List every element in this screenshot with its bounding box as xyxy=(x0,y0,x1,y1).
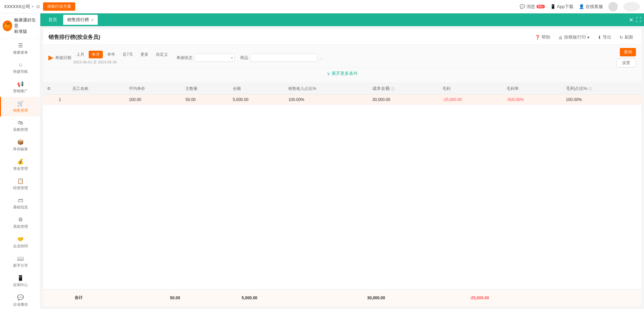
sidebar-item-app-center[interactable]: 📱 应用中心 xyxy=(0,271,40,291)
chevron-down-icon: ▾ xyxy=(587,35,590,40)
phone-icon: 📱 xyxy=(17,275,24,281)
table-footer: 合计 50.00 5,000.00 30,000.00 -25,000.00 xyxy=(43,289,641,306)
app-icon: 📱 xyxy=(550,4,556,9)
table-header-row: ⚙ 员工名称 平均单价 主数量 全额 销售收入占比% 成本全额 ⓘ 毛利 xyxy=(43,83,641,95)
page-title: 销售排行榜(按业务员) xyxy=(48,34,100,41)
avatar[interactable] xyxy=(608,2,618,11)
sidebar-item-operations[interactable]: 📋 经营管理 xyxy=(0,174,40,194)
ranking-table: ⚙ 员工名称 平均单价 主数量 全额 销售收入占比% 成本全额 ⓘ 毛利 xyxy=(43,83,641,105)
footer-cost: 30,000.00 xyxy=(363,292,466,304)
sidebar-label: 库存核算 xyxy=(13,147,28,152)
footer-sales-pct xyxy=(331,292,363,304)
avatar-placeholder xyxy=(623,2,640,11)
filter-area: ▶ 单据日期 上月 本月 本年 近7天 更多 自定义 2023-06- xyxy=(43,45,641,83)
sidebar-item-basic-info[interactable]: 🗃 基础信息 xyxy=(0,194,40,213)
message-btn[interactable]: 💬 消息 99+ xyxy=(520,4,545,10)
company-selector[interactable]: XXXXXX公司 ▾ xyxy=(4,4,33,10)
content-area: 首页 销售排行榜 ✕ ✕ ⛶ 销售排行榜(按业务员) ❓ 帮助 xyxy=(40,13,644,309)
sidebar-item-guide[interactable]: 📖 新手引导 xyxy=(0,252,40,271)
book-icon: 📖 xyxy=(17,255,24,262)
sidebar-item-wechat[interactable]: 💬 企业微信 xyxy=(0,291,40,309)
sidebar-label: 基础信息 xyxy=(13,205,28,210)
tab-close-icon[interactable]: ✕ xyxy=(91,18,94,22)
sidebar-item-quick-nav[interactable]: ⌂ 快捷导航 xyxy=(0,58,40,78)
row-settings-cell xyxy=(43,95,55,105)
col-avg-price: 平均单价 xyxy=(125,83,182,95)
col-settings[interactable]: ⚙ xyxy=(43,83,55,95)
sidebar-item-purchase[interactable]: 🛍 采购管理 xyxy=(0,116,40,136)
online-service-btn[interactable]: 👤 在线客服 xyxy=(579,4,603,10)
tab-right-actions: ✕ ⛶ xyxy=(629,17,641,23)
sidebar-label: 新手引导 xyxy=(13,263,28,268)
goods-label: 商品 xyxy=(240,55,248,61)
sidebar-item-system[interactable]: ⚙ 系统管理 xyxy=(0,213,40,233)
tab-sales-ranking[interactable]: 销售排行榜 ✕ xyxy=(63,15,98,25)
status-select[interactable] xyxy=(195,54,235,62)
gross-pct-cell: 100.00% xyxy=(562,95,641,105)
date-btn-this-month[interactable]: 本月 xyxy=(89,51,103,58)
print-icon: 🖨 xyxy=(558,35,563,40)
date-btn-last7days[interactable]: 近7天 xyxy=(120,51,136,58)
help-button[interactable]: ❓ 帮助 xyxy=(532,33,553,42)
clipboard-icon: 📋 xyxy=(17,178,24,184)
sidebar-item-marketing[interactable]: 📢 营销推广 xyxy=(0,78,40,97)
settings-button[interactable]: 设置 xyxy=(616,58,636,67)
status-filter: 单据状态 xyxy=(176,54,235,62)
status-select-wrapper xyxy=(195,54,235,62)
status-label: 单据状态 xyxy=(176,55,192,61)
qty-cell: 50.00 xyxy=(181,95,229,105)
goods-more-icon[interactable]: ... xyxy=(319,55,323,60)
date-btn-more[interactable]: 更多 xyxy=(137,51,152,58)
filter-action-area: 查询 设置 xyxy=(616,48,636,67)
rank-cell: 1 xyxy=(55,95,68,105)
template-print-button[interactable]: 🖨 按模板打印 ▾ xyxy=(556,33,592,42)
refresh-button[interactable]: ↻ 刷新 xyxy=(617,33,636,42)
col-gross-pct: 毛利占比% ⓘ xyxy=(562,83,641,95)
goods-filter: 商品 ... xyxy=(240,54,323,62)
footer-row: 合计 50.00 5,000.00 30,000.00 -25,000.00 xyxy=(47,292,637,304)
goods-input[interactable] xyxy=(250,54,317,62)
date-buttons: 上月 本月 本年 近7天 更多 自定义 xyxy=(73,51,171,58)
date-btn-custom[interactable]: 自定义 xyxy=(153,51,171,58)
cost-cell: 30,000.00 xyxy=(368,95,438,105)
window-maximize-icon[interactable]: ⛶ xyxy=(636,17,641,23)
box-icon: 📦 xyxy=(17,139,24,145)
message-badge: 99+ xyxy=(536,5,545,8)
date-btn-last-month[interactable]: 上月 xyxy=(73,51,87,58)
gross-profit-cell: -25,000.00 xyxy=(438,95,503,105)
home-icon: ⌂ xyxy=(19,62,22,68)
chevron-down-icon: ▾ xyxy=(32,5,33,8)
help-icon: ❓ xyxy=(535,35,540,40)
gear-icon: ⚙ xyxy=(18,216,23,223)
col-gross-profit: 毛利 xyxy=(438,83,503,95)
sales-pct-cell: 100.00% xyxy=(284,95,368,105)
trial-button[interactable]: 体验行业方案 xyxy=(43,2,75,11)
gross-pct-info-icon: ⓘ xyxy=(589,87,592,91)
sidebar-item-finance[interactable]: 💰 资金管理 xyxy=(0,155,40,174)
chevron-down-icon: ∨ xyxy=(327,71,330,76)
app-download-btn[interactable]: 📱 App下载 xyxy=(550,4,573,10)
footer-gross-rate xyxy=(574,292,606,304)
search-button[interactable]: 查询 xyxy=(620,48,636,56)
sidebar-item-inventory[interactable]: 📦 库存核算 xyxy=(0,136,40,155)
top-bar: XXXXXX公司 ▾ ⚙ 体验行业方案 💬 消息 99+ 📱 App下载 👤 在… xyxy=(0,0,644,13)
settings-icon[interactable]: ⚙ xyxy=(36,4,40,9)
sidebar-label: 采购管理 xyxy=(13,127,28,132)
message-label: 消息 xyxy=(526,4,535,10)
window-close-icon[interactable]: ✕ xyxy=(629,17,633,23)
filter-expand-arrow[interactable]: ▶ xyxy=(48,54,53,61)
sidebar-item-sales[interactable]: 🛒 销售管理 xyxy=(0,97,40,116)
tab-home[interactable]: 首页 xyxy=(43,13,62,26)
chat-icon: 💬 xyxy=(17,294,24,301)
sidebar-item-search-order[interactable]: ☰ 搜索菜单 xyxy=(0,39,40,58)
service-icon: 👤 xyxy=(579,4,584,9)
export-button[interactable]: ⬇ 导出 xyxy=(595,33,614,42)
refresh-icon: ↻ xyxy=(619,35,623,40)
logo-text: 畅康通好生意 标准版 xyxy=(14,17,37,35)
sidebar-logo: 🍊 畅康通好生意 标准版 xyxy=(0,13,40,39)
expand-more-button[interactable]: ∨ 展开更多条件 xyxy=(327,69,358,78)
table-body: 1 100.00 50.00 5,000.00 100.00% 30,000.0… xyxy=(43,95,641,105)
sidebar-item-enterprise[interactable]: 🤝 企业协同 xyxy=(0,233,40,252)
page-content: 销售排行榜(按业务员) ❓ 帮助 🖨 按模板打印 ▾ ⬇ 导出 xyxy=(43,29,641,306)
date-btn-this-year[interactable]: 本年 xyxy=(104,51,118,58)
